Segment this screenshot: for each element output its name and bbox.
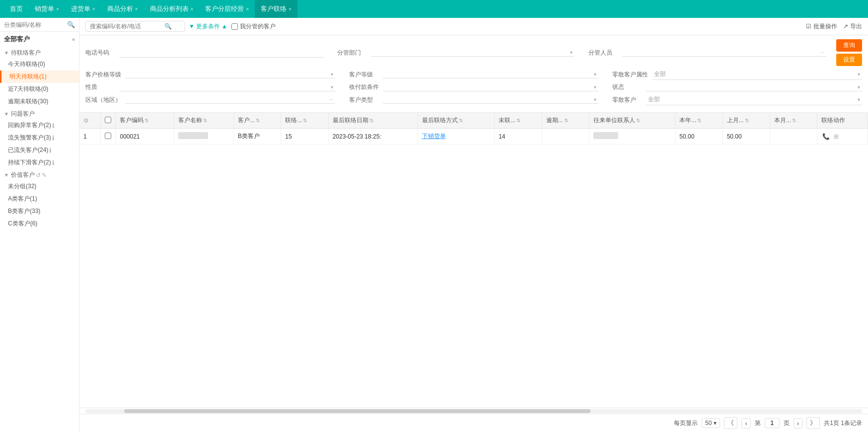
sidebar-item-declining[interactable]: 持续下滑客户(2) ℹ xyxy=(0,156,79,169)
nav-product-analysis-close[interactable]: × xyxy=(135,6,138,12)
nav-product-list[interactable]: 商品分析列表 × xyxy=(144,0,200,18)
th-gear[interactable]: ⚙ xyxy=(79,113,101,129)
gear-icon: ⚙ xyxy=(83,117,89,124)
total-records: 共1页 1条记录 xyxy=(824,419,862,428)
edit-icon[interactable]: ✎ xyxy=(42,172,47,179)
phone-input[interactable] xyxy=(119,48,323,58)
th-last-method: 最后联络方式⇅ xyxy=(418,113,495,129)
horizontal-scrollbar[interactable] xyxy=(79,408,868,414)
manager-ellipsis: ··· xyxy=(820,50,824,55)
nav-purchase-close[interactable]: × xyxy=(92,6,95,12)
th-overdue: 逾期...⇅ xyxy=(542,113,589,129)
table-row: 1 000021 B类客户 15 2023-05-23 18:25: 下销货单 … xyxy=(79,129,868,144)
nav-product-list-close[interactable]: × xyxy=(191,6,194,12)
td-last-date: 2023-05-23 18:25: xyxy=(328,129,418,144)
filter-actions: 查询 设置 xyxy=(836,39,862,66)
th-code: 客户编码⇅ xyxy=(116,113,174,129)
th-checkbox[interactable] xyxy=(101,113,116,129)
nav-customer-tier-close[interactable]: × xyxy=(246,6,249,12)
filter-icon: ▼ xyxy=(189,23,195,30)
page-input[interactable] xyxy=(765,418,780,428)
nav-customer-contact-close[interactable]: × xyxy=(289,6,291,12)
all-customers-header[interactable]: 全部客户 « xyxy=(0,32,79,47)
nav-customer-tier[interactable]: 客户分层经营 × xyxy=(199,0,255,18)
sort-icon-overdue: ⇅ xyxy=(564,118,568,123)
td-last-method[interactable]: 下销货单 xyxy=(418,129,495,144)
search-input[interactable] xyxy=(90,23,164,30)
scrollbar-thumb[interactable] xyxy=(124,409,590,413)
dept-label: 分管部门 xyxy=(337,49,367,57)
customer-type-select[interactable]: ▾ xyxy=(383,96,599,104)
phone-action-icon[interactable]: 📞 xyxy=(822,133,830,140)
price-level-select[interactable]: ▾ xyxy=(125,71,335,78)
query-btn[interactable]: 查询 xyxy=(836,39,862,52)
nav-purchase[interactable]: 进货单 × xyxy=(65,0,101,18)
sidebar-item-ungrouped[interactable]: 未分组(32) xyxy=(0,180,79,193)
prev-page-btn[interactable]: ‹ xyxy=(741,418,750,429)
customer-level-select[interactable]: ▾ xyxy=(383,71,599,78)
filter-dept: 分管部门 ▾ xyxy=(337,49,575,57)
nav-home[interactable]: 首页 xyxy=(4,0,29,18)
region-select[interactable]: ··· xyxy=(125,96,335,104)
first-page-btn[interactable]: 《 xyxy=(724,417,737,429)
per-page-label: 每页显示 xyxy=(674,419,698,428)
manager-select[interactable]: ··· xyxy=(622,49,826,57)
gender-chevron: ▾ xyxy=(331,84,333,90)
sort-icon-name: ⇅ xyxy=(203,118,207,123)
sidebar-item-overdue[interactable]: 逾期未联络(30) xyxy=(0,95,79,108)
nav-product-analysis[interactable]: 商品分析 × xyxy=(101,0,144,18)
sidebar-item-class-b[interactable]: B类客户(33) xyxy=(0,205,79,217)
gender-select[interactable]: ▾ xyxy=(119,83,335,91)
more-filter-btn[interactable]: ▼ 更多条件 ▲ xyxy=(189,22,227,31)
info-icon-2: ℹ xyxy=(52,135,55,142)
my-customers-check-input[interactable] xyxy=(231,23,238,30)
sidebar-search-input[interactable] xyxy=(4,21,67,28)
dept-select[interactable]: ▾ xyxy=(371,49,575,57)
my-customers-checkbox[interactable]: 我分管的客户 xyxy=(231,22,276,31)
sidebar-item-abnormal[interactable]: 回购异常客户(2) ℹ xyxy=(0,119,79,132)
per-page-select[interactable]: 50 ▾ xyxy=(702,418,720,428)
search-icon[interactable]: 🔍 xyxy=(164,23,172,30)
info-icon-4: ℹ xyxy=(52,159,55,166)
td-checkbox[interactable] xyxy=(101,129,116,144)
nav-sales-close[interactable]: × xyxy=(56,6,59,12)
th-last-month: 上月...⇅ xyxy=(723,113,770,129)
th-unit-contact: 往来单位联系人⇅ xyxy=(589,113,675,129)
sidebar-item-tomorrow[interactable]: 明天待联络(1) xyxy=(0,71,79,83)
next-page-btn[interactable]: › xyxy=(794,418,802,429)
set-btn[interactable]: 设置 xyxy=(836,54,862,66)
sidebar-item-7days[interactable]: 近7天待联络(0) xyxy=(0,83,79,95)
sidebar-item-class-a[interactable]: A类客户(1) xyxy=(0,193,79,205)
export-btn[interactable]: ↗ 导出 xyxy=(843,22,862,31)
customer-level-label: 客户等级 xyxy=(349,71,379,79)
last-page-btn[interactable]: 》 xyxy=(806,417,820,429)
payment-select[interactable]: ▾ xyxy=(383,83,599,91)
toolbar-right: ☑ 批量操作 ↗ 导出 xyxy=(806,22,862,31)
batch-op-btn[interactable]: ☑ 批量操作 xyxy=(806,22,837,31)
nav-sales[interactable]: 销货单 × xyxy=(29,0,65,18)
section-value-customers: ▼ 价值客户 ↺ ✎ xyxy=(0,169,79,180)
td-type: B类客户 xyxy=(233,129,281,144)
grid-action-icon[interactable]: ⊞ xyxy=(834,133,839,140)
sidebar-item-churned[interactable]: 已流失客户(24) ℹ xyxy=(0,144,79,156)
nav-customer-contact[interactable]: 客户联络 × xyxy=(255,0,297,18)
contact-method-link[interactable]: 下销货单 xyxy=(422,133,446,140)
scrollbar-track xyxy=(85,409,862,413)
sort-icon-last-date: ⇅ xyxy=(369,118,373,123)
sidebar-item-churn-warning[interactable]: 流失预警客户(3) ℹ xyxy=(0,132,79,144)
retail-attr-select[interactable]: 全部 ▾ xyxy=(652,69,862,80)
refresh-icon[interactable]: ↺ xyxy=(36,172,41,179)
td-name[interactable] xyxy=(174,129,233,144)
status-select[interactable]: ▾ xyxy=(646,83,862,91)
row-checkbox[interactable] xyxy=(105,133,111,139)
select-all-checkbox[interactable] xyxy=(105,117,111,123)
retail-attr-chevron: ▾ xyxy=(858,72,860,77)
retail-customer-select[interactable]: 全部 ▾ xyxy=(646,94,862,105)
sidebar-item-today[interactable]: 今天待联络(0) xyxy=(0,58,79,71)
customer-level-chevron: ▾ xyxy=(594,72,596,77)
customer-type-label: 客户类型 xyxy=(349,96,379,104)
sidebar-item-class-c[interactable]: C类客户(6) xyxy=(0,217,79,230)
filter-retail-attr: 零散客户属性 全部 ▾ xyxy=(612,69,862,80)
triangle-icon-3: ▼ xyxy=(4,172,9,178)
sort-icon-no-contact: ⇅ xyxy=(516,118,520,123)
